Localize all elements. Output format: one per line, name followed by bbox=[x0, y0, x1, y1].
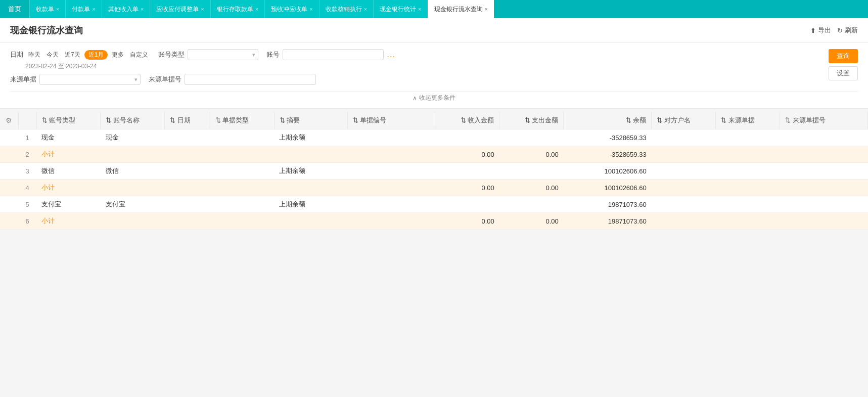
close-icon[interactable]: × bbox=[485, 6, 488, 12]
col-summary: ⇅ 摘要 bbox=[274, 112, 347, 129]
gear-icon[interactable]: ⚙ bbox=[6, 116, 12, 124]
row-balance: 100102606.60 bbox=[564, 163, 652, 180]
row-doc-type bbox=[210, 180, 274, 196]
page-header: 现金银行流水查询 ⬆ 导出 ↻ 刷新 bbox=[0, 18, 868, 43]
nav-tab-prepay[interactable]: 预收冲应收单 × bbox=[264, 0, 318, 18]
data-table: ⚙ ⇅ 账号类型 ⇅ 账号名称 ⇅ 日期 ⇅ 单据类型 bbox=[0, 112, 868, 230]
account-type-select-wrapper bbox=[188, 49, 258, 60]
row-account-name: 现金 bbox=[101, 129, 165, 146]
col-counterparty: ⇅ 对方户名 bbox=[652, 112, 716, 129]
date-btn-yesterday[interactable]: 昨天 bbox=[26, 50, 42, 60]
date-btn-custom[interactable]: 自定义 bbox=[128, 50, 150, 60]
row-summary: 上期余额 bbox=[274, 129, 347, 146]
date-btn-more[interactable]: 更多 bbox=[110, 50, 126, 60]
row-date bbox=[165, 146, 210, 163]
row-balance: 19871073.60 bbox=[564, 213, 652, 230]
row-summary bbox=[274, 146, 347, 163]
close-icon[interactable]: × bbox=[255, 6, 258, 12]
table-row: 4 小计 0.00 0.00 100102606.60 bbox=[0, 180, 868, 196]
action-buttons: 查询 设置 bbox=[829, 49, 858, 80]
row-doc-num bbox=[347, 180, 435, 196]
settings-button[interactable]: 设置 bbox=[829, 66, 858, 80]
row-income bbox=[435, 196, 499, 213]
row-counterparty bbox=[652, 180, 716, 196]
row-num: 5 bbox=[18, 196, 36, 213]
nav-tab-verify[interactable]: 收款核销执行 × bbox=[319, 0, 373, 18]
date-btn-1month[interactable]: 近1月 bbox=[84, 50, 108, 60]
close-icon[interactable]: × bbox=[418, 6, 421, 12]
row-expense: 0.00 bbox=[499, 213, 564, 230]
row-source-doc bbox=[716, 213, 780, 230]
row-doc-type bbox=[210, 213, 274, 230]
row-balance: 19871073.60 bbox=[564, 196, 652, 213]
row-account-name bbox=[101, 146, 165, 163]
row-num: 3 bbox=[18, 163, 36, 180]
row-account-type: 小计 bbox=[36, 180, 101, 196]
close-icon[interactable]: × bbox=[309, 6, 312, 12]
account-type-filter-group: 账号类型 bbox=[158, 49, 258, 60]
row-doc-num bbox=[347, 213, 435, 230]
row-income: 0.00 bbox=[435, 180, 499, 196]
row-doc-type bbox=[210, 129, 274, 146]
row-income bbox=[435, 129, 499, 146]
col-source-doc-num: ⇅ 来源单据号 bbox=[780, 112, 868, 129]
row-source-doc-num bbox=[780, 146, 868, 163]
row-source-doc-num bbox=[780, 196, 868, 213]
close-icon[interactable]: × bbox=[141, 6, 144, 12]
row-doc-type bbox=[210, 196, 274, 213]
row-num: 4 bbox=[18, 180, 36, 196]
row-expense: 0.00 bbox=[499, 180, 564, 196]
account-filter-group: 账号 ... bbox=[266, 49, 395, 60]
close-icon[interactable]: × bbox=[364, 6, 367, 12]
refresh-button[interactable]: ↻ 刷新 bbox=[837, 26, 858, 35]
source-doc-num-input[interactable] bbox=[185, 74, 316, 85]
nav-tab-other-income[interactable]: 其他收入单 × bbox=[102, 0, 150, 18]
account-type-select[interactable] bbox=[188, 49, 258, 60]
refresh-icon: ↻ bbox=[837, 27, 843, 34]
row-gear bbox=[0, 129, 18, 146]
date-filter-group: 日期 昨天 今天 近7天 近1月 更多 自定义 bbox=[10, 50, 150, 60]
row-income: 0.00 bbox=[435, 146, 499, 163]
row-source-doc-num bbox=[780, 213, 868, 230]
query-button[interactable]: 查询 bbox=[829, 49, 858, 63]
col-doc-num: ⇅ 单据编号 bbox=[347, 112, 435, 129]
date-btn-today[interactable]: 今天 bbox=[44, 50, 61, 60]
date-btn-7days[interactable]: 近7天 bbox=[63, 50, 82, 60]
nav-tab-cash-flow[interactable]: 现金银行流水查询 × bbox=[428, 0, 494, 18]
row-gear bbox=[0, 146, 18, 163]
close-icon[interactable]: × bbox=[92, 6, 95, 12]
row-balance: 100102606.60 bbox=[564, 180, 652, 196]
nav-tab-bank-deposit[interactable]: 银行存取款单 × bbox=[210, 0, 264, 18]
close-icon[interactable]: × bbox=[201, 6, 204, 12]
page-title: 现金银行流水查询 bbox=[10, 24, 83, 36]
collapse-filter-button[interactable]: ∧ 收起更多条件 bbox=[10, 91, 858, 104]
nav-tab-cash-stat[interactable]: 现金银行统计 × bbox=[373, 0, 427, 18]
account-input[interactable] bbox=[283, 49, 384, 60]
date-shortcuts: 昨天 今天 近7天 近1月 更多 自定义 bbox=[26, 50, 150, 60]
row-account-type: 支付宝 bbox=[36, 196, 101, 213]
export-icon: ⬆ bbox=[810, 27, 816, 34]
table-row: 3 微信 微信 上期余额 100102606.60 bbox=[0, 163, 868, 180]
nav-tab-receipts[interactable]: 收款单 × bbox=[29, 0, 65, 18]
nav-home[interactable]: 首页 bbox=[0, 0, 29, 18]
col-settings: ⚙ bbox=[0, 112, 18, 129]
date-label: 日期 bbox=[10, 50, 23, 59]
table-container: ⚙ ⇅ 账号类型 ⇅ 账号名称 ⇅ 日期 ⇅ 单据类型 bbox=[0, 112, 868, 230]
row-source-doc-num bbox=[780, 180, 868, 196]
source-doc-select[interactable] bbox=[39, 74, 141, 85]
row-doc-num bbox=[347, 146, 435, 163]
row-source-doc bbox=[716, 146, 780, 163]
row-summary: 上期余额 bbox=[274, 196, 347, 213]
export-button[interactable]: ⬆ 导出 bbox=[810, 26, 831, 35]
row-expense bbox=[499, 163, 564, 180]
filter-area: 日期 昨天 今天 近7天 近1月 更多 自定义 账号类型 bbox=[0, 43, 868, 109]
row-counterparty bbox=[652, 213, 716, 230]
col-doc-type: ⇅ 单据类型 bbox=[210, 112, 274, 129]
row-account-type: 小计 bbox=[36, 213, 101, 230]
close-icon[interactable]: × bbox=[56, 6, 59, 12]
row-doc-num bbox=[347, 129, 435, 146]
nav-tab-payments[interactable]: 付款单 × bbox=[65, 0, 101, 18]
account-type-label: 账号类型 bbox=[158, 50, 185, 59]
account-ellipsis-button[interactable]: ... bbox=[387, 50, 395, 59]
nav-tab-adjust[interactable]: 应收应付调整单 × bbox=[150, 0, 210, 18]
